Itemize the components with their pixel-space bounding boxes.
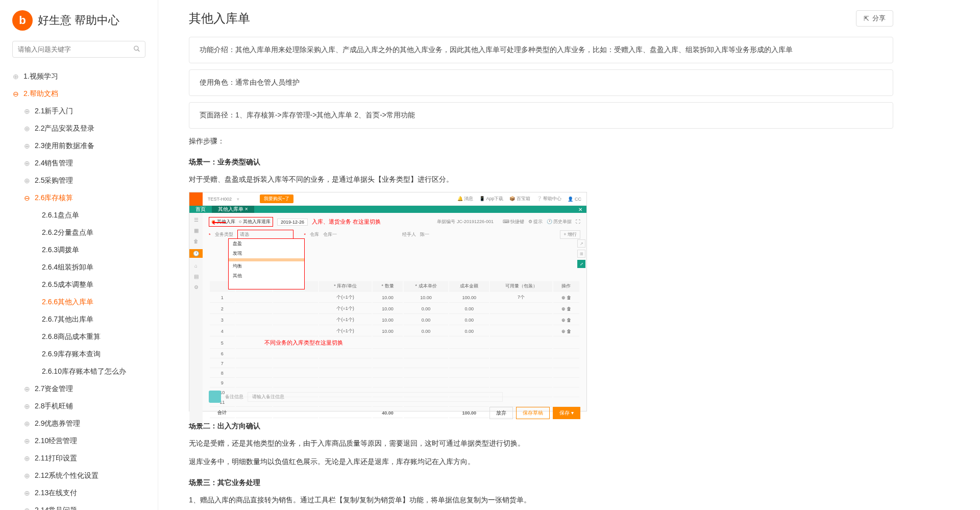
sp-logo-icon [189, 192, 203, 206]
search-icon[interactable] [133, 45, 140, 54]
nav-2-6-8[interactable]: 2.6.8商品成本重算 [12, 328, 145, 346]
nav-2-3[interactable]: ⊕2.3使用前数据准备 [12, 137, 145, 155]
sp-radio-return: 其他入库退库 [243, 219, 271, 224]
scene3-title: 场景三：其它业务处理 [189, 478, 893, 488]
plus-icon: ⊕ [23, 507, 31, 510]
sp-dd-item: 发现 [229, 249, 304, 258]
nav-label: 2.帮助文档 [23, 89, 58, 99]
nav-label: 2.9优惠券管理 [35, 419, 80, 428]
nav-2-10[interactable]: ⊕2.10经营管理 [12, 432, 145, 450]
sp-memo-input: 请输入备注信息 [248, 392, 503, 402]
nav-label: 2.6.3调拨单 [42, 246, 79, 255]
plus-icon: ⊕ [23, 125, 31, 132]
nav-label: 2.7资金管理 [35, 384, 73, 394]
nav-2-1[interactable]: ⊕2.1新手入门 [12, 103, 145, 120]
sp-filter-wh-value: 仓库一 [323, 231, 337, 238]
plus-icon: ⊕ [23, 142, 31, 150]
sp-side-icon: ⚙ [194, 284, 199, 290]
nav-2-6-2[interactable]: 2.6.2分量盘点单 [12, 224, 145, 241]
sp-body: ☰ ▦ 🗑 🕐 ⌂ ▤ ⚙ ◉ 其他入库 ○ 其他入库退库 2019-12-26 [189, 213, 586, 423]
intro-label: 功能介绍： [200, 45, 235, 54]
sp-tab-close-icon: ✕ [578, 207, 586, 212]
nav-label: 2.3使用前数据准备 [35, 141, 94, 151]
sp-filter-handler-label: 经手人 [402, 231, 416, 238]
nav-label: 2.6.4组装拆卸单 [42, 263, 93, 272]
sp-side-icon: 🗑 [193, 238, 199, 244]
sp-footer-buttons: 放弃 保存草稿 保存 ▾ [489, 407, 580, 419]
nav-2-6[interactable]: ⊖2.6库存核算 [12, 189, 145, 207]
sp-help-icon: ❔ 帮助中心 [536, 196, 562, 202]
intro-box: 功能介绍：其他入库单用来处理除采购入库、产成品入库之外的其他入库业务，因此其他入… [189, 37, 893, 63]
sp-topbar: TEST-H002 ▾ 我要购买~了 🔔 消息 📱 App下载 📦 百宝箱 ❔ … [189, 192, 586, 206]
sp-red-annotation-2: 不同业务的入库类型在这里切换 [264, 339, 343, 346]
nav-2-6-4[interactable]: 2.6.4组装拆卸单 [12, 259, 145, 276]
nav-label: 2.6.2分量盘点单 [42, 228, 93, 237]
sp-box-icon: 📦 百宝箱 [509, 196, 530, 202]
nav-2-8[interactable]: ⊕2.8手机旺铺 [12, 398, 145, 415]
nav-label: 1.视频学习 [23, 72, 58, 81]
nav-2-6-3[interactable]: 2.6.3调拨单 [12, 241, 145, 259]
sp-red-annotation-1: 入库、退货业务 在这里切换 [312, 218, 381, 226]
plus-icon: ⊕ [23, 438, 31, 445]
plus-icon: ⊕ [23, 403, 31, 410]
sp-avatar-icon: 👤 CC [568, 197, 581, 202]
sp-filter-handler-value: 陈一 [420, 231, 429, 238]
svg-line-1 [138, 50, 140, 52]
nav-2-6-7[interactable]: 2.6.7其他出库单 [12, 311, 145, 328]
search-input[interactable] [12, 41, 145, 58]
nav-label: 2.6.9库存账本查询 [42, 350, 101, 359]
nav-label: 2.6.10库存账本错了怎么办 [42, 367, 126, 376]
svg-point-0 [134, 46, 138, 50]
nav-tree: ⊕1.视频学习 ⊖2.帮助文档 ⊕2.1新手入门 ⊕2.2产品安装及登录 ⊕2.… [12, 68, 145, 510]
nav-video[interactable]: ⊕1.视频学习 [12, 68, 145, 85]
nav-2-13[interactable]: ⊕2.13在线支付 [12, 484, 145, 502]
sp-side-icon: ⌂ [194, 263, 198, 269]
scene2-line1: 无论是受赠，还是其他类型的业务，由于入库商品质量等原因，需要退回，这时可通过单据… [189, 437, 893, 450]
nav-2-2[interactable]: ⊕2.2产品安装及登录 [12, 120, 145, 137]
sp-side-icon: 🕐 [189, 249, 203, 258]
nav-label: 2.11打印设置 [35, 454, 77, 463]
nav-2-7[interactable]: ⊕2.7资金管理 [12, 380, 145, 398]
nav-help-docs[interactable]: ⊖2.帮助文档 [12, 85, 145, 103]
nav-2-11[interactable]: ⊕2.11打印设置 [12, 450, 145, 467]
sidebar: b 好生意 帮助中心 ⊕1.视频学习 ⊖2.帮助文档 ⊕2.1新手入门 ⊕2.2… [0, 0, 158, 510]
nav-2-6-5[interactable]: 2.6.5成本调整单 [12, 276, 145, 294]
share-icon: ⇱ [864, 15, 869, 22]
plus-icon: ⊕ [23, 385, 31, 393]
nav-2-6-1[interactable]: 2.6.1盘点单 [12, 207, 145, 224]
nav-label: 2.4销售管理 [35, 159, 73, 168]
share-button[interactable]: ⇱ 分享 [856, 10, 893, 27]
page-header: 其他入库单 ⇱ 分享 [189, 10, 893, 27]
sp-tabs: 首页 其他入库单 × ✕ [189, 206, 586, 213]
sp-tab-home: 首页 [189, 206, 212, 213]
sp-msg-icon: 🔔 消息 [457, 196, 474, 202]
plus-icon: ⊕ [23, 490, 31, 497]
nav-label: 2.10经营管理 [35, 436, 77, 446]
nav-2-5[interactable]: ⊕2.5采购管理 [12, 172, 145, 189]
path-box: 页面路径：1、库存核算->库存管理->其他入库单 2、首页->常用功能 [189, 102, 893, 129]
nav-2-6-9[interactable]: 2.6.9库存账本查询 [12, 346, 145, 363]
role-box: 使用角色：通常由仓管人员维护 [189, 69, 893, 96]
nav-label: 2.6.8商品成本重算 [42, 332, 101, 342]
nav-2-9[interactable]: ⊕2.9优惠券管理 [12, 415, 145, 432]
nav-label: 2.6库存核算 [35, 193, 73, 203]
sp-side-icon: ☰ [194, 217, 199, 223]
nav-2-12[interactable]: ⊕2.12系统个性化设置 [12, 467, 145, 484]
sp-side-icon: ▤ [194, 274, 199, 279]
sp-filter-wh-label: 仓库 [310, 231, 319, 238]
sp-tool-icon: ⊞ [577, 250, 585, 258]
sp-top-right: 🔔 消息 📱 App下载 📦 百宝箱 ❔ 帮助中心 👤 CC [457, 196, 586, 202]
sp-right-toolbar: ↗ ⊞ ⤢ [577, 239, 586, 268]
nav-2-14[interactable]: ⊕2.14常见问题 [12, 502, 145, 510]
role-text: 通常由仓管人员维护 [235, 78, 300, 86]
path-label: 页面路径： [200, 111, 235, 119]
nav-2-4[interactable]: ⊕2.4销售管理 [12, 155, 145, 172]
nav-label: 2.14常见问题 [35, 506, 77, 510]
nav-label: 2.12系统个性化设置 [35, 471, 99, 480]
path-text: 1、库存核算->库存管理->其他入库单 2、首页->常用功能 [235, 111, 415, 119]
sp-dd-item: 盘盈 [229, 239, 304, 249]
nav-2-6-6[interactable]: 2.6.6其他入库单 [12, 294, 145, 311]
nav-2-6-10[interactable]: 2.6.10库存账本错了怎么办 [12, 363, 145, 380]
sp-arrow-icon: ⟵ [212, 216, 227, 228]
sp-sidebar: ☰ ▦ 🗑 🕐 ⌂ ▤ ⚙ [189, 213, 203, 423]
